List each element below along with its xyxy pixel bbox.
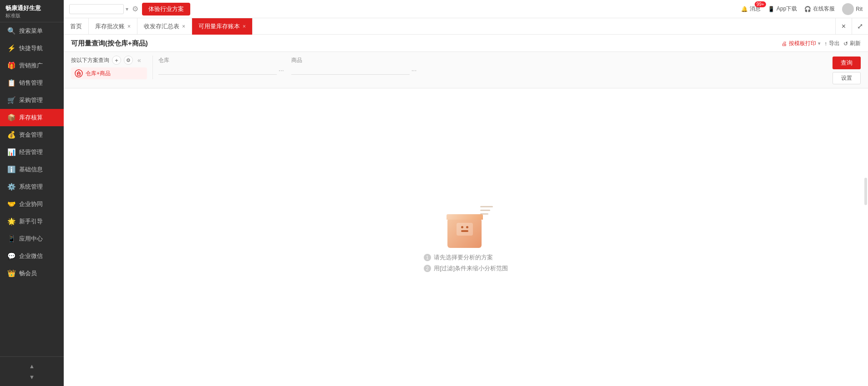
tab-collect-summary[interactable]: 收发存汇总表 × [137,18,192,35]
sidebar-item-quick-nav[interactable]: ⚡ 快捷导航 [0,40,64,57]
clipboard-icon: 📋 [7,79,15,87]
sidebar-item-inventory[interactable]: 📦 库存核算 [0,109,64,126]
empty-tip-1: 1 请先选择要分析的方案 [424,253,508,262]
sidebar-item-sales[interactable]: 📋 销售管理 [0,74,64,92]
sidebar-item-label: 新手引导 [19,217,43,226]
chevron-down-icon[interactable]: ▾ [126,6,128,12]
headset-icon: 🎧 [804,6,811,12]
scheme-warehouse-icon [75,69,83,77]
product-filter-group: 商品 ··· [291,57,417,75]
action-bar: 查询 设置 [832,56,861,84]
sidebar-item-finance[interactable]: 💰 资金管理 [0,126,64,144]
export-btn[interactable]: ↑ 导出 [824,40,840,47]
sidebar-item-marketing[interactable]: 🎁 营销推广 [0,57,64,74]
tab-available-ledger[interactable]: 可用量库存账本 × [192,18,253,35]
chart-icon: 📊 [7,148,15,156]
sidebar-item-label: 销售管理 [19,79,43,87]
filter-settings-btn[interactable]: 设置 [832,72,861,84]
tip-num-2: 2 [424,265,431,272]
gift-icon: 🎁 [7,62,15,70]
settings-icon[interactable]: ⚙ [132,5,138,13]
empty-state: 1 请先选择要分析的方案 2 用[过滤]条件来缩小分析范围 [424,202,508,273]
lightning-icon: ⚡ [7,44,15,52]
refresh-btn[interactable]: ↺ 刷新 [843,40,861,47]
sidebar-scroll-up-btn[interactable]: ▲ [0,360,64,371]
sidebar-item-label: 系统管理 [19,183,43,191]
refresh-icon: ↺ [843,41,848,47]
printer-icon: 🖨 [782,41,787,47]
content-area: 1 请先选择要分析的方案 2 用[过滤]条件来缩小分析范围 [64,88,868,386]
empty-tips: 1 请先选择要分析的方案 2 用[过滤]条件来缩小分析范围 [424,253,508,273]
sidebar-item-operation[interactable]: 📊 经营管理 [0,144,64,161]
app-download-btn[interactable]: 📱 App下载 [768,5,797,13]
page-title: 可用量查询(按仓库+商品) [71,39,148,48]
filter-area: 按以下方案查询 + ⚙ « 仓库+商品 仓库 [64,52,868,88]
sidebar-item-member[interactable]: 👑 畅会员 [0,265,64,282]
industry-btn[interactable]: 体验行业方案 [142,3,190,15]
product-label: 商品 [291,57,417,64]
warehouse-more-icon[interactable]: ··· [279,67,284,74]
sidebar-item-label: 基础信息 [19,165,43,174]
refresh-label: 刷新 [850,40,861,47]
print-btn[interactable]: 🖨 按模板打印 ▾ [782,40,821,47]
user-menu[interactable]: Rit [842,3,863,15]
message-btn[interactable]: 🔔 消息 99+ [741,5,761,13]
export-icon: ↑ [824,41,827,47]
sidebar-item-enterprise[interactable]: 🤝 企业协同 [0,196,64,213]
sidebar-item-label: 应用中心 [19,235,43,243]
box-icon: 📦 [7,113,15,122]
tab-inventory-batch-close[interactable]: × [127,23,131,30]
scheme-item-warehouse-product[interactable]: 仓库+商品 [71,67,147,79]
edit-scheme-btn[interactable]: ⚙ [124,56,133,65]
sidebar-item-wechat[interactable]: 💬 企业微信 [0,247,64,265]
tab-collect-summary-close[interactable]: × [182,23,185,30]
query-btn[interactable]: 查询 [832,57,861,69]
topbar-search-input[interactable] [69,4,124,14]
chat-icon: 💬 [7,252,15,260]
collapse-icon[interactable]: « [137,57,141,64]
topbar: ▾ ⚙ 体验行业方案 🔔 消息 99+ 📱 App下载 🎧 在线客服 Rit [64,0,868,18]
export-label: 导出 [829,40,840,47]
sidebar-item-label: 搜索菜单 [19,27,43,35]
sidebar-item-label: 快捷导航 [19,44,43,52]
tab-collect-summary-label: 收发存汇总表 [144,22,179,31]
empty-illustration [443,202,488,248]
sidebar-item-purchase[interactable]: 🛒 采购管理 [0,92,64,109]
tabs-maximize-btn[interactable]: ⤢ [852,18,868,35]
tab-home[interactable]: 首页 [64,18,89,35]
sidebar-item-label: 采购管理 [19,96,43,104]
tabs-close-all-btn[interactable]: × [835,18,852,35]
right-scrollbar[interactable] [864,178,867,205]
warehouse-input[interactable] [158,65,277,75]
sidebar-item-newbie[interactable]: 🌟 新手引导 [0,213,64,230]
tab-available-ledger-close[interactable]: × [243,23,246,30]
sidebar-item-system[interactable]: ⚙️ 系统管理 [0,178,64,196]
sidebar: 畅康通好生意 标准版 🔍 搜索菜单 ⚡ 快捷导航 🎁 营销推广 📋 销售管理 🛒… [0,0,64,386]
crown-icon: 👑 [7,269,15,278]
sidebar-item-search[interactable]: 🔍 搜索菜单 [0,22,64,40]
avatar [842,3,854,15]
filter-scheme-header: 按以下方案查询 + ⚙ « [71,56,147,65]
app-download-label: App下载 [777,5,797,13]
print-chevron-icon: ▾ [818,41,821,46]
sidebar-item-app-center[interactable]: 📱 应用中心 [0,230,64,247]
tabs-right-actions: × ⤢ [835,18,868,35]
tip-text-2: 用[过滤]条件来缩小分析范围 [434,264,508,273]
phone-icon: 📱 [768,6,775,12]
tab-inventory-batch[interactable]: 库存批次账 × [89,18,137,35]
online-service-btn[interactable]: 🎧 在线客服 [804,5,835,13]
product-more-icon[interactable]: ··· [411,67,417,74]
search-icon: 🔍 [7,27,15,35]
topbar-search: ▾ [69,4,128,14]
sidebar-item-label: 资金管理 [19,131,43,139]
filter-scheme-title: 按以下方案查询 [71,57,109,64]
product-input[interactable] [291,65,410,75]
sidebar-scroll-down-btn[interactable]: ▼ [0,371,64,382]
gear-icon: ⚙️ [7,183,15,191]
tip-num-1: 1 [424,254,431,261]
add-scheme-btn[interactable]: + [112,56,121,65]
sidebar-item-label: 营销推广 [19,62,43,70]
sidebar-item-basic-info[interactable]: ℹ️ 基础信息 [0,161,64,178]
sidebar-logo: 畅康通好生意 标准版 [0,0,64,22]
tabs-bar: 首页 库存批次账 × 收发存汇总表 × 可用量库存账本 × × ⤢ [64,18,868,35]
